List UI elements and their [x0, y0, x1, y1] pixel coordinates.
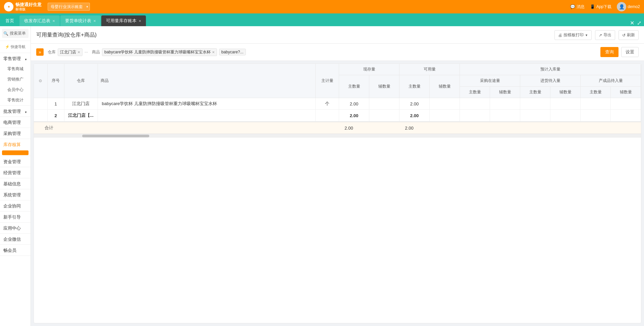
- refresh-icon: ↺: [622, 33, 626, 38]
- sidebar-section-basic-info: 基础信息: [0, 178, 31, 189]
- horizontal-scrollbar[interactable]: [34, 134, 641, 138]
- sidebar-section-retail-header[interactable]: 零售管理: [0, 53, 31, 64]
- industry-select[interactable]: 母婴行业演示账套: [48, 3, 90, 11]
- top-bar-left: ✦ 畅捷通好生意 标准版 母婴行业演示账套 ▼: [4, 2, 90, 11]
- tab-close-icon[interactable]: ✕: [93, 19, 96, 23]
- sidebar-section-inventory: 库存核算: [0, 139, 31, 156]
- scroll-thumb[interactable]: [82, 135, 149, 137]
- row2-incoming-aux: [550, 110, 581, 122]
- inventory-table: ⚙ 序号 仓库 商品 主计量 现存量 可用量 预计入库量 主数量 辅数量 主数量…: [34, 64, 641, 122]
- product-tag-close[interactable]: ✕: [212, 50, 215, 54]
- sidebar-item-member[interactable]: 会员中心: [0, 85, 31, 95]
- quick-nav-button[interactable]: ⚡ 快捷导航: [2, 43, 29, 51]
- table-footer: 合计 2.00 2.00: [34, 122, 641, 134]
- page-actions: 🖨 按模板打印 ▼ ↗ 导出 ↺ 刷新: [554, 30, 639, 40]
- phone-icon: 📱: [590, 4, 595, 9]
- chevron-down-icon: [24, 56, 27, 61]
- row1-stock-main: 2.00: [339, 98, 369, 110]
- th-aa: 辅数量: [430, 75, 460, 98]
- sidebar-item-retail-mall[interactable]: 零售商城: [0, 64, 31, 74]
- th-pm: 主数量: [460, 87, 490, 98]
- sidebar-item-inventory-active[interactable]: [2, 150, 29, 155]
- th-stock-group-cell: 现存量: [339, 64, 399, 75]
- main-layout: 🔍 搜索菜单 ⚡ 快捷导航 零售管理 零售商城 营销推广 会员中心 零售统计 批…: [0, 26, 644, 326]
- table-row: 2 江北门店【... 2.00 2.00: [34, 110, 641, 122]
- sidebar-section-basic-info-header[interactable]: 基础信息: [0, 178, 31, 189]
- sidebar-search[interactable]: 🔍 搜索菜单: [0, 26, 31, 41]
- row2-purchase-main: [460, 110, 490, 122]
- app-download-action[interactable]: 📱 App下载: [590, 4, 611, 10]
- query-button[interactable]: 查询: [600, 47, 619, 57]
- sidebar-section-retail: 零售管理 零售商城 营销推广 会员中心 零售统计: [0, 53, 31, 106]
- tab-order-stats[interactable]: 要货单统计表 ✕: [60, 15, 101, 26]
- sidebar-section-system: 系统管理: [0, 189, 31, 200]
- row1-purchase-main: [460, 98, 490, 110]
- tab-inventory-summary[interactable]: 收发存汇总表 ✕: [19, 15, 60, 26]
- th-prm: 主数量: [581, 87, 611, 98]
- row2-produce-main: [581, 110, 611, 122]
- tab-close-icon[interactable]: ✕: [52, 19, 55, 23]
- row1-purchase-aux: [490, 98, 520, 110]
- sidebar-section-finance: 资金管理: [0, 156, 31, 167]
- footer-stock-main: 2.00: [334, 126, 364, 131]
- footer-label: 合计: [45, 125, 53, 131]
- tab-close-icon[interactable]: ✕: [139, 19, 141, 23]
- refresh-button[interactable]: ↺ 刷新: [619, 30, 639, 40]
- th-warehouse-cell: 仓库: [64, 64, 98, 98]
- sidebar-section-collab-header[interactable]: 企业协同: [0, 200, 31, 211]
- search-menu-button[interactable]: 🔍 搜索菜单: [2, 29, 29, 38]
- close-tab-button[interactable]: ✕: [630, 20, 634, 26]
- row2-avail-main: 2.00: [399, 110, 430, 122]
- th-settings-cell: ⚙: [34, 64, 47, 98]
- row1-avail-aux: [430, 98, 460, 110]
- user-area[interactable]: 👤 demo2: [617, 2, 640, 11]
- sidebar-section-wholesale-header[interactable]: 批发管理: [0, 106, 31, 117]
- maximize-button[interactable]: ⤢: [637, 20, 641, 26]
- sidebar-section-operations-header[interactable]: 经营管理: [0, 167, 31, 178]
- warehouse-more[interactable]: ···: [85, 50, 88, 54]
- message-icon: 💬: [570, 4, 575, 9]
- quick-nav-btn[interactable]: ⚡ 快捷导航: [0, 41, 31, 53]
- sidebar-section-wechat-header[interactable]: 企业微信: [0, 234, 31, 244]
- brand-edition: 标准版: [15, 7, 42, 11]
- th-available-group-cell: 可用量: [399, 64, 460, 75]
- template-print-button[interactable]: 🖨 按模板打印 ▼: [554, 30, 592, 40]
- sidebar-section-member-header[interactable]: 畅会员: [0, 245, 31, 255]
- sidebar-section-newuser-header[interactable]: 新手引导: [0, 212, 31, 222]
- sidebar-section-appstore-header[interactable]: 应用中心: [0, 223, 31, 233]
- message-action[interactable]: 💬 消息: [570, 4, 585, 10]
- product-tag: babycare学饮杯 儿童防摔防撞吸管杯重力球吸嘴杯宝宝水杯 ✕: [102, 48, 217, 56]
- row1-produce-aux: [611, 98, 641, 110]
- sidebar: 🔍 搜索菜单 ⚡ 快捷导航 零售管理 零售商城 营销推广 会员中心 零售统计 批…: [0, 26, 31, 326]
- sidebar-section-ecommerce-header[interactable]: 电商管理: [0, 117, 31, 128]
- row1-warehouse: 江北门店: [64, 98, 98, 110]
- top-bar: ✦ 畅捷通好生意 标准版 母婴行业演示账套 ▼ 💬 消息 📱 App下载 👤 d…: [0, 0, 644, 13]
- tab-home[interactable]: 首页: [1, 15, 19, 26]
- warehouse-tag-close[interactable]: ✕: [77, 50, 80, 54]
- print-icon: 🖨: [558, 33, 562, 38]
- row2-product: [98, 110, 316, 122]
- filter-expand-button[interactable]: »: [36, 48, 44, 56]
- row2-avail-aux: [430, 110, 460, 122]
- sidebar-section-finance-header[interactable]: 资金管理: [0, 156, 31, 167]
- username: demo2: [628, 4, 640, 9]
- gear-icon[interactable]: ⚙: [39, 79, 42, 83]
- sidebar-section-inventory-header[interactable]: 库存核算: [0, 139, 31, 150]
- sidebar-item-retail-stats[interactable]: 零售统计: [0, 95, 31, 105]
- sidebar-section-purchase-header[interactable]: 采购管理: [0, 128, 31, 139]
- export-button[interactable]: ↗ 导出: [595, 30, 615, 40]
- top-bar-right: 💬 消息 📱 App下载 👤 demo2: [570, 2, 640, 11]
- table-container: ⚙ 序号 仓库 商品 主计量 现存量 可用量 预计入库量 主数量 辅数量 主数量…: [34, 63, 641, 323]
- page-title: 可用量查询(按仓库+商品): [36, 32, 97, 39]
- brand-logo-icon: ✦: [4, 2, 13, 11]
- settings-button[interactable]: 设置: [621, 47, 639, 57]
- sidebar-item-marketing[interactable]: 营销推广: [0, 74, 31, 85]
- th-inc: 进货待入量: [520, 75, 581, 87]
- row1-check: [34, 98, 47, 110]
- filter-actions: 查询 设置: [600, 47, 639, 57]
- sidebar-section-system-header[interactable]: 系统管理: [0, 189, 31, 200]
- page-header: 可用量查询(按仓库+商品) 🖨 按模板打印 ▼ ↗ 导出 ↺ 刷新: [31, 26, 644, 44]
- th-unit-cell: 主计量: [316, 64, 339, 98]
- nav-icon: ⚡: [5, 45, 10, 49]
- tab-available-inventory[interactable]: 可用量库存账本 ✕: [101, 15, 146, 26]
